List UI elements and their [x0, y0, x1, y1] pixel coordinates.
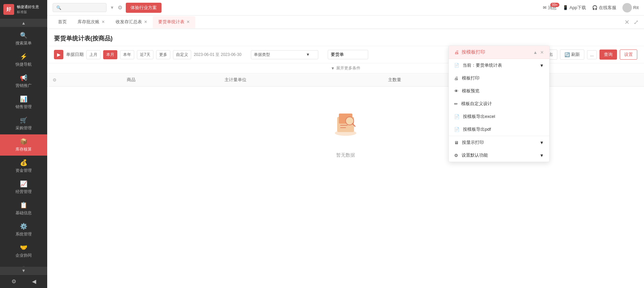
sidebar-item-sales[interactable]: 📊 销售管理: [0, 92, 47, 113]
app-download-icon: 📱: [563, 5, 568, 10]
sidebar-nav: 🔍 搜索菜单 ⚡ 快捷导航 📢 营销推广 📊 销售管理 🛒 采购管理 📦 库存核…: [0, 27, 47, 267]
message-badge: 99+: [550, 3, 559, 7]
date-filter-label: 单据日期: [66, 52, 84, 58]
tab-order-stats-close[interactable]: ✕: [186, 20, 190, 24]
service-icon: 🎧: [592, 5, 597, 10]
page-header: 要货单统计表(按商品): [47, 29, 644, 46]
collapse-icon[interactable]: ◀: [32, 278, 36, 285]
sidebar-item-marketing[interactable]: 📢 营销推广: [0, 71, 47, 92]
data-table: ⚙ 商品 主计量单位 主数量 零售金额: [47, 73, 644, 87]
system-icon: ⚙️: [20, 223, 27, 230]
date-7days[interactable]: 近7天: [137, 50, 153, 59]
expand-row: ▼ 展开更多条件: [47, 63, 644, 73]
topbar-chevron[interactable]: ▼: [110, 5, 114, 10]
dropdown-item-export-pdf[interactable]: 📄 按模板导出pdf: [449, 123, 549, 136]
column-settings-icon[interactable]: ⚙: [53, 77, 57, 83]
sidebar-item-operations[interactable]: 📈 经营管理: [0, 177, 47, 198]
trial-button[interactable]: 体验行业方案: [126, 3, 162, 13]
default-settings-row: 设置默认功能 ▼: [462, 152, 544, 158]
print-header-icon: 🖨: [454, 50, 459, 55]
dropdown-item-template-preview[interactable]: 👁 模板预览: [449, 85, 549, 97]
current-template-icon: 📄: [454, 63, 459, 68]
settings-bottom-icon[interactable]: ⚙: [11, 278, 16, 285]
tab-order-stats-label: 要货单统计表: [158, 19, 184, 25]
th-settings[interactable]: ⚙: [47, 73, 121, 87]
dropdown-close-icon[interactable]: ✕: [540, 50, 544, 55]
tab-receipt-summary[interactable]: 收发存汇总表 ✕: [110, 16, 153, 28]
sidebar-label-purchase: 采购管理: [16, 125, 32, 131]
sidebar-label-sales: 销售管理: [16, 104, 32, 110]
query-button[interactable]: 查询: [599, 50, 617, 60]
message-icon: ✉: [543, 5, 547, 10]
default-settings-label: 设置默认功能: [462, 152, 488, 158]
display-print-label: 按显示打印: [462, 139, 484, 146]
topbar-search[interactable]: 🔍: [53, 3, 107, 12]
search-icon: 🔍: [20, 32, 27, 39]
sidebar-label-operations: 经营管理: [16, 189, 32, 195]
sidebar-bottom: ⚙ ◀: [0, 275, 47, 288]
date-prev-month[interactable]: 上月: [86, 50, 100, 59]
messages-button[interactable]: ✉ 消息 99+: [543, 5, 557, 11]
order-type-field[interactable]: 要货单: [328, 50, 368, 59]
search-text: [63, 5, 80, 10]
sidebar-item-collab[interactable]: 🤝 企业协同: [0, 241, 47, 262]
sidebar-item-inventory[interactable]: 📦 库存核算: [0, 134, 47, 156]
dropdown-item-template-design[interactable]: ✏ 模板自定义设计: [449, 97, 549, 110]
topbar-gear-icon[interactable]: ⚙: [118, 4, 122, 11]
sidebar-scroll-up[interactable]: ▲: [0, 19, 47, 27]
default-settings-chevron: ▼: [539, 153, 544, 158]
topbar-right: ✉ 消息 99+ 📱 App下载 🎧 在线客服 Rit: [543, 3, 639, 12]
current-template-label: 当前：要货单统计表: [463, 62, 502, 68]
more-label: ...: [590, 52, 594, 57]
dropdown-item-display-print[interactable]: 🖥 按显示打印 ▼: [449, 136, 549, 149]
date-this-year[interactable]: 本年: [120, 50, 134, 59]
dropdown-item-default-settings[interactable]: ⚙ 设置默认功能 ▼: [449, 149, 549, 162]
order-type-label: 要货单: [331, 52, 344, 58]
dropdown-item-export-excel[interactable]: 📄 按模板导出excel: [449, 110, 549, 123]
tab-receipt-summary-close[interactable]: ✕: [144, 20, 147, 24]
current-template-chevron: ▼: [539, 63, 544, 68]
sidebar-item-quick-nav[interactable]: ⚡ 快捷导航: [0, 50, 47, 71]
dropdown-current-item[interactable]: 📄 当前：要货单统计表 ▼: [449, 59, 549, 72]
sidebar-item-search[interactable]: 🔍 搜索菜单: [0, 28, 47, 50]
sidebar-item-guide[interactable]: 🎓 新手引导: [0, 262, 47, 267]
dropdown-chevron-up[interactable]: ▲: [533, 50, 537, 55]
date-custom[interactable]: 自定义: [173, 50, 191, 59]
service-label: 在线客服: [599, 5, 616, 11]
settings-button[interactable]: 设置: [620, 50, 637, 60]
sidebar-label-search: 搜索菜单: [16, 40, 32, 46]
empty-icon: [329, 107, 362, 147]
window-close-icon[interactable]: ✕: [624, 19, 630, 26]
dropdown-item-template-print[interactable]: 🖨 模板打印: [449, 72, 549, 85]
online-service-button[interactable]: 🎧 在线客服: [592, 5, 616, 11]
current-template-row: 当前：要货单统计表 ▼: [463, 62, 544, 68]
app-download-button[interactable]: 📱 App下载: [563, 5, 586, 11]
avatar-image: [622, 3, 632, 12]
sidebar: 好 畅捷通好生意 标准版 ▲ 🔍 搜索菜单 ⚡ 快捷导航 📢 营销推广 📊 销售…: [0, 0, 47, 288]
doc-type-select[interactable]: 单据类型 ▼: [251, 50, 318, 59]
th-quantity-label: 主数量: [388, 77, 401, 82]
sidebar-item-system[interactable]: ⚙️ 系统管理: [0, 219, 47, 241]
sales-icon: 📊: [20, 95, 27, 103]
user-avatar[interactable]: Rit: [622, 3, 639, 12]
sidebar-item-basics[interactable]: 📋 基础信息: [0, 198, 47, 219]
template-design-label: 模板自定义设计: [461, 101, 492, 107]
expand-button[interactable]: ▶: [54, 50, 63, 59]
tab-receipt-summary-label: 收发存汇总表: [116, 19, 142, 25]
sidebar-item-finance[interactable]: 💰 资金管理: [0, 156, 47, 177]
sidebar-label-collab: 企业协同: [16, 253, 32, 258]
window-maximize-icon[interactable]: ⤢: [634, 19, 639, 26]
tab-inventory-batch[interactable]: 库存批次账 ✕: [72, 16, 110, 28]
date-this-month[interactable]: 本月: [103, 50, 117, 59]
display-print-chevron: ▼: [539, 140, 544, 145]
tab-home[interactable]: 首页: [53, 16, 72, 28]
date-more[interactable]: 更多: [156, 50, 170, 59]
tab-inventory-batch-close[interactable]: ✕: [101, 20, 105, 24]
more-button[interactable]: ...: [587, 50, 597, 59]
print-dropdown: 🖨 按模板打印 ▲ ✕ 📄 当前：要货单统计表 ▼ 🖨 模板打印 👁 模板预览 …: [448, 45, 550, 162]
sidebar-item-purchase[interactable]: 🛒 采购管理: [0, 113, 47, 134]
expand-more-button[interactable]: ▼ 展开更多条件: [331, 65, 360, 71]
refresh-button[interactable]: 🔄 刷新: [560, 50, 584, 60]
sidebar-scroll-down[interactable]: ▼: [0, 267, 47, 275]
tab-order-stats[interactable]: 要货单统计表 ✕: [153, 16, 195, 28]
